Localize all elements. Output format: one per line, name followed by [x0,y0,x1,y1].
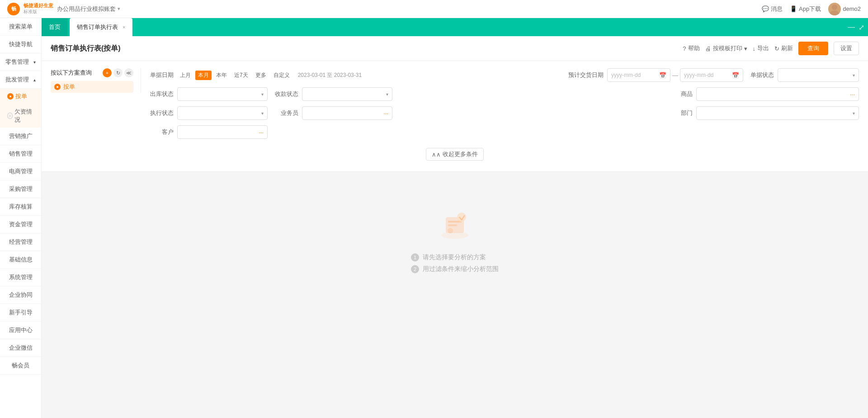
message-icon: 💬 [762,5,769,12]
date-btn-current-month[interactable]: 本月 [195,71,212,80]
scheme-item-dot-icon: ● [54,84,61,90]
tab-sales-order[interactable]: 销售订单执行表 × [70,18,132,36]
chevron-down-icon: ▾ [33,60,36,65]
sidebar-item-wholesale[interactable]: 批发管理 ▴ [0,71,41,89]
page-content: 销售订单执行表(按单) ? 帮助 🖨 按模板打印 ▾ ↓ 导出 [42,36,868,418]
goods-label: 商品 [667,90,693,98]
scheme-actions: + ↻ ≪ [103,68,133,77]
collapse-bar: ∧∧ 收起更多条件 [51,144,859,164]
sidebar-item-member[interactable]: 畅会员 [0,357,41,375]
sidebar-item-appstore[interactable]: 应用中心 [0,322,41,339]
svg-point-0 [832,5,837,10]
export-icon: ↓ [753,45,756,52]
scheme-title: 按以下方案查询 [51,69,92,77]
goods-dots-icon: ··· [850,91,855,98]
sidebar-sub-wholesale: ● 按单 ○ 欠资情况 [0,89,41,128]
tab-close-icon[interactable]: × [123,24,125,30]
payment-status-select[interactable]: ▾ [302,87,392,101]
sidebar-sub-item-按单[interactable]: ● 按单 [0,89,41,104]
tab-home[interactable]: 首页 [42,18,68,36]
filter-field-date-range-display: 2023-03-01 至 2023-03-31 [298,71,362,79]
date-separator: — [672,72,678,79]
chevron-down-icon[interactable]: ▾ [118,6,120,12]
collapse-button[interactable]: ∧∧ 收起更多条件 [426,148,484,161]
sidebar-item-finance[interactable]: 资金管理 [0,216,41,233]
customer-dots-icon: ··· [259,129,264,136]
sidebar-item-system[interactable]: 系统管理 [0,269,41,286]
date-btn-current-year[interactable]: 本年 [213,71,230,80]
doc-status-select[interactable]: ▾ [778,68,859,82]
tab-expand-icon[interactable]: ⤢ [859,23,864,32]
sidebar-item-enterprise[interactable]: 企业协同 [0,286,41,304]
date-btn-7days[interactable]: 近7天 [231,71,251,80]
filter-field-payment-status: 收款状态 ▾ [273,87,392,101]
message-button[interactable]: 💬 消息 [762,5,783,13]
sidebar-item-quick-nav[interactable]: 快捷导航 [0,36,41,53]
expected-date-end-input[interactable]: yyyy-mm-dd 📅 [680,68,743,82]
svg-rect-5 [448,224,457,226]
date-btn-last-month[interactable]: 上月 [177,71,193,80]
date-btn-custom[interactable]: 自定义 [271,71,292,80]
query-button[interactable]: 查询 [798,42,828,55]
logo-icon: 畅 [7,3,20,15]
expected-date-start-input[interactable]: yyyy-mm-dd 📅 [607,68,670,82]
sidebar-sub-item-欠资情况[interactable]: ○ 欠资情况 [0,104,41,128]
date-range-text: 2023-03-01 至 2023-03-31 [298,71,362,79]
salesperson-dots-icon: ··· [383,110,388,117]
sidebar-item-operations[interactable]: 经营管理 [0,233,41,251]
sidebar-item-inventory[interactable]: 库存核算 [0,198,41,216]
goods-input[interactable]: ··· [696,87,859,101]
svg-point-7 [448,228,453,233]
execution-status-select[interactable]: ▾ [177,106,268,120]
sidebar-item-wechat[interactable]: 企业微信 [0,339,41,357]
app-download-button[interactable]: 📱 App下载 [790,5,821,13]
filter-row-delivery: 出库状态 ▾ 收款状态 ▾ [148,87,859,101]
filter-field-salesperson: 业务员 ··· [273,106,392,120]
scheme-header: 按以下方案查询 + ↻ ≪ [51,68,133,77]
step-1-icon: 1 [411,253,419,261]
empty-step-1: 1 请先选择要分析的方案 [411,253,499,261]
empty-step-2: 2 用过滤条件来缩小分析范围 [411,265,499,273]
export-button[interactable]: ↓ 导出 [753,44,769,52]
sidebar-item-marketing[interactable]: 营销推广 [0,128,41,145]
refresh-button[interactable]: ↻ 刷新 [774,44,793,52]
empty-steps: 1 请先选择要分析的方案 2 用过滤条件来缩小分析范围 [411,253,499,277]
main-layout: 搜索菜单 快捷导航 零售管理 ▾ 批发管理 ▴ ● 按单 ○ 欠资情况 营销推广 [0,18,868,418]
inactive-dot-icon: ○ [7,113,13,119]
execution-status-label: 执行状态 [148,109,174,117]
delivery-status-select[interactable]: ▾ [177,87,268,101]
sidebar-item-newbie[interactable]: 新手引导 [0,304,41,322]
filter-field-date: 单据日期 上月 本月 本年 近7天 更多 自定义 [148,71,292,80]
filter-field-dept: 部门 ▾ [667,106,859,120]
print-chevron-icon: ▾ [744,45,747,52]
doc-status-chevron-icon: ▾ [853,73,855,78]
expected-date-label: 预计交货日期 [568,71,604,79]
sidebar-item-search[interactable]: 搜索菜单 [0,18,41,36]
filter-field-execution-status: 执行状态 ▾ [148,106,268,120]
print-button[interactable]: 🖨 按模板打印 ▾ [705,44,747,52]
dept-select[interactable]: ▾ [696,106,859,120]
sidebar-item-retail[interactable]: 零售管理 ▾ [0,53,41,71]
expected-date-range: yyyy-mm-dd 📅 — yyyy-mm-dd 📅 [607,68,743,82]
settings-button[interactable]: 设置 [834,42,859,55]
sidebar-item-purchase[interactable]: 采购管理 [0,180,41,198]
scheme-item-按单[interactable]: ● 按单 [51,81,133,93]
sidebar-item-ecommerce[interactable]: 电商管理 [0,163,41,180]
print-icon: 🖨 [705,45,711,52]
user-menu-button[interactable]: demo2 [828,3,861,15]
logo-subtitle: 标准版 [24,9,53,15]
scheme-collapse-icon[interactable]: ≪ [124,68,133,77]
sidebar-item-basic-info[interactable]: 基础信息 [0,251,41,269]
chevron-up-icon: ▴ [33,77,36,82]
sidebar-item-sales[interactable]: 销售管理 [0,145,41,163]
dept-label: 部门 [667,109,693,117]
scheme-refresh-icon[interactable]: ↻ [113,68,123,77]
tab-minimize-icon[interactable]: — [848,23,855,31]
salesperson-input[interactable]: ··· [302,106,392,120]
help-button[interactable]: ? 帮助 [683,44,699,52]
date-btn-more[interactable]: 更多 [253,71,269,80]
page-header: 销售订单执行表(按单) ? 帮助 🖨 按模板打印 ▾ ↓ 导出 [42,36,868,61]
customer-input[interactable]: ··· [177,125,268,139]
scheme-add-icon[interactable]: + [103,68,112,77]
tabbar-right: — ⤢ [848,23,868,32]
